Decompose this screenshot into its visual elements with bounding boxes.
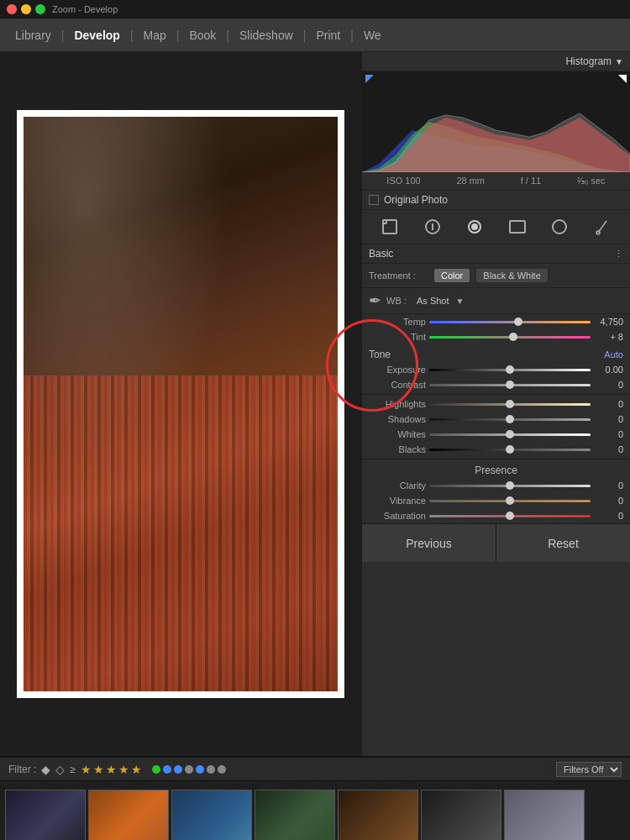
reset-button[interactable]: Reset [496,524,630,562]
clarity-thumb[interactable] [506,481,514,490]
star-1[interactable]: ★ [81,763,92,776]
highlight-clipping-icon[interactable] [365,75,374,83]
right-panel: Histogram ▼ ISO 100 28 [361,52,630,756]
contrast-slider[interactable] [429,384,591,386]
unflag-filter[interactable]: ◇ [55,763,65,776]
green-filter[interactable] [152,765,160,774]
whites-slider[interactable] [429,433,591,436]
vibrance-value: 0 [594,496,623,506]
color-label-filter[interactable] [152,765,226,774]
gray-filter-1[interactable] [185,765,193,774]
photo-panel [0,52,361,756]
shadow-clipping-icon[interactable] [618,75,627,83]
original-photo-checkbox[interactable] [369,195,379,205]
crop-tool[interactable] [378,215,402,239]
tone-section: Tone Auto [362,344,630,362]
highlights-slider-row: Highlights 0 [362,396,630,412]
vibrance-thumb[interactable] [506,496,514,505]
adjustment-brush-tool[interactable] [591,215,614,239]
bw-button[interactable]: Black & White [476,269,547,282]
original-photo-label: Original Photo [384,194,448,206]
basic-panel-icon[interactable]: ⋮ [614,249,623,260]
gray-filter-3[interactable] [218,765,226,774]
color-button[interactable]: Color [434,269,470,282]
star-rating-filter[interactable]: ★ ★ ★ ★ ★ [81,763,142,776]
wb-value: As Shot [417,296,449,306]
thumb-6[interactable] [421,790,501,840]
treatment-label: Treatment : [369,270,428,281]
temp-label: Temp [369,317,426,327]
tint-slider-row: Tint + 8 [362,329,630,344]
rating-comparison[interactable]: ≥ [70,764,76,775]
blacks-thumb[interactable] [506,445,514,454]
nav-slideshow[interactable]: Slideshow [233,25,300,45]
tint-slider[interactable] [429,336,591,339]
clarity-slider-row: Clarity 0 [362,478,630,493]
temp-thumb[interactable] [514,318,522,326]
basic-panel-header: Basic ⋮ [362,244,630,264]
tone-label: Tone [369,349,391,360]
wb-row: ✒ WB : As Shot ▼ [362,288,630,314]
nav-print[interactable]: Print [309,25,347,45]
photo-frame [17,110,344,698]
blacks-slider-row: Blacks 0 [362,442,630,457]
star-4[interactable]: ★ [118,763,129,776]
highlights-thumb[interactable] [506,400,514,408]
nav-we[interactable]: We [357,25,388,45]
exposure-thumb[interactable] [506,365,514,374]
minimize-button[interactable] [21,4,31,14]
thumb-3[interactable] [171,790,252,840]
eyedropper-icon[interactable]: ✒ [369,291,381,310]
thumb-5[interactable] [338,790,418,840]
temp-slider[interactable] [429,321,591,323]
filmstrip-thumbs [0,781,630,840]
filter-label: Filter : [8,764,36,775]
filters-dropdown[interactable]: Filters Off [556,762,622,777]
highlights-slider[interactable] [429,403,591,406]
radial-filter-tool[interactable] [548,215,571,239]
thumb-1[interactable] [5,790,86,840]
gray-filter-2[interactable] [207,765,215,774]
nav-book[interactable]: Book [182,25,223,45]
clarity-slider[interactable] [429,485,591,487]
contrast-thumb[interactable] [506,381,514,389]
thumb-2[interactable] [88,790,169,840]
vibrance-slider[interactable] [429,500,591,502]
blue-filter-1[interactable] [163,765,171,774]
exif-row: ISO 100 28 mm f / 11 ¹⁄₃₀ sec [362,172,630,191]
shadows-slider[interactable] [429,418,591,421]
previous-button[interactable]: Previous [362,524,496,562]
blue-filter-2[interactable] [174,765,182,774]
tint-thumb[interactable] [509,333,517,341]
red-eye-tool[interactable] [463,215,486,239]
shadows-slider-row: Shadows 0 [362,412,630,427]
star-5[interactable]: ★ [131,763,142,776]
blacks-slider[interactable] [429,449,591,451]
nav-library[interactable]: Library [8,25,58,45]
star-3[interactable]: ★ [106,763,117,776]
nav-develop[interactable]: Develop [67,25,126,45]
spot-removal-tool[interactable] [421,215,444,239]
auto-button[interactable]: Auto [604,349,623,360]
histogram-arrow[interactable]: ▼ [615,57,623,66]
flag-filter[interactable]: ◆ [41,763,50,776]
blue-filter-3[interactable] [196,765,204,774]
maximize-button[interactable] [35,4,45,14]
svg-rect-8 [510,221,525,233]
window-controls[interactable] [7,4,45,14]
thumb-7[interactable] [504,790,585,840]
divider-2 [362,459,630,459]
wb-dropdown-arrow[interactable]: ▼ [456,297,465,306]
saturation-thumb[interactable] [506,512,514,520]
star-2[interactable]: ★ [93,763,104,776]
saturation-slider[interactable] [429,515,591,517]
close-button[interactable] [7,4,17,14]
thumb-4[interactable] [255,790,335,840]
exposure-slider[interactable] [429,369,591,371]
filmstrip-bar: Filter : ◆ ◇ ≥ ★ ★ ★ ★ ★ Filters Off [0,756,630,840]
nav-map[interactable]: Map [137,25,173,45]
shadows-thumb[interactable] [506,415,514,423]
whites-thumb[interactable] [506,430,514,438]
graduated-filter-tool[interactable] [506,215,529,239]
highlights-label: Highlights [369,399,426,409]
